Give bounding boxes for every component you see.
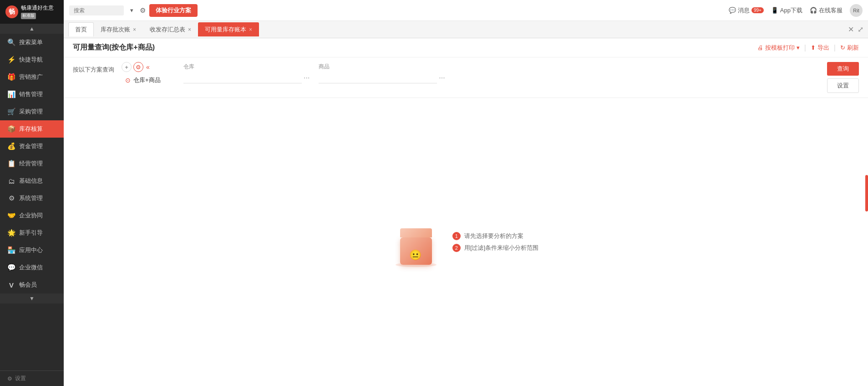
warehouse-filter-group: 仓库 ··· [183,63,310,83]
sidebar-item-marketing[interactable]: 🎁 营销推广 [0,68,64,86]
sidebar-item-enterprise[interactable]: 🤝 企业协同 [0,207,64,224]
sidebar-item-member[interactable]: V 畅会员 [0,276,64,293]
add-scheme-button[interactable]: + [122,62,132,72]
search-icon: 🔍 [7,38,15,46]
tip-num-1: 1 [452,232,461,240]
empty-tip-2: 2 用[过滤]条件来缩小分析范围 [452,244,538,252]
warehouse-input[interactable] [183,72,302,83]
export-button[interactable]: ⬆ 导出 [811,44,829,52]
gear-icon[interactable]: ⚙ [140,6,146,15]
sidebar-item-label: 快捷导航 [19,56,43,64]
tab-batch-account-close[interactable]: × [133,26,136,33]
sidebar-item-label: 资金管理 [19,142,43,150]
message-icon: 💬 [729,7,736,14]
action-separator-1: | [804,44,806,52]
goods-filter-label: 商品 [319,63,445,71]
sidebar-item-system[interactable]: ⚙ 系统管理 [0,190,64,207]
page-header: 可用量查询(按仓库+商品) 🖨 按模板打印 ▾ | ⬆ 导出 | ↻ 刷新 [64,38,868,57]
tab-shipment-summary-close[interactable]: × [188,26,191,33]
export-icon: ⬆ [811,44,816,51]
sidebar-item-wechat[interactable]: 💬 企业微信 [0,259,64,276]
sidebar-settings[interactable]: ⚙ 设置 [0,371,64,386]
tabbar: 首页 库存批次账 × 收发存汇总表 × 可用量库存账本 × ✕ ⤢ [64,21,868,38]
sidebar-item-shortcut[interactable]: ⚡ 快捷导航 [0,51,64,68]
tab-available-stock-close[interactable]: × [249,26,252,33]
sidebar-item-basic[interactable]: 🗂 基础信息 [0,172,64,190]
scheme-icon: ⊙ [125,77,131,84]
sidebar-item-label: 经营管理 [19,160,43,168]
sidebar-item-inventory[interactable]: 📦 库存核算 [0,120,64,138]
sidebar-item-guide[interactable]: 🌟 新手引导 [0,224,64,242]
tab-batch-account[interactable]: 库存批次账 × [94,22,143,36]
warehouse-more-button[interactable]: ··· [304,74,310,82]
tabbar-expand-icon[interactable]: ⤢ [858,25,863,34]
page-title: 可用量查询(按仓库+商品) [73,43,155,52]
sidebar-item-label: 畅会员 [19,281,37,289]
messages-button[interactable]: 💬 消息 99+ [729,6,764,15]
sidebar-scroll-up[interactable]: ▲ [0,24,64,34]
sidebar-header: 畅 畅康通好生意 标准版 [0,0,64,24]
query-button[interactable]: 查询 [827,62,859,76]
warehouse-filter-label: 仓库 [183,63,310,71]
system-icon: ⚙ [7,194,15,202]
goods-more-button[interactable]: ··· [439,74,445,82]
query-label: 按以下方案查询 [73,62,114,74]
empty-tips: 1 请先选择要分析的方案 2 用[过滤]条件来缩小分析范围 [452,232,538,252]
scheme-container: + ⚙ « ⊙ 仓库+商品 [122,62,176,87]
sidebar-item-label: 企业微信 [19,263,43,272]
print-button[interactable]: 🖨 按模板打印 ▾ [757,44,800,52]
goods-filter-group: 商品 ··· [319,63,445,83]
goods-input[interactable] [319,72,437,83]
tabbar-close-icon[interactable]: ✕ [848,25,854,34]
sidebar-item-label: 企业协同 [19,211,43,220]
column-settings-button[interactable]: 设置 [827,78,859,93]
empty-tip-1: 1 请先选择要分析的方案 [452,232,538,240]
sidebar-item-label: 基础信息 [19,177,43,185]
query-panel: 按以下方案查询 + ⚙ « ⊙ 仓库+商品 仓库 [64,57,868,98]
sidebar-item-appstore[interactable]: 🏪 应用中心 [0,242,64,259]
sidebar-item-operation[interactable]: 📋 经营管理 [0,155,64,172]
empty-tip-2-text: 用[过滤]条件来缩小分析范围 [464,244,538,252]
refresh-button[interactable]: ↻ 刷新 [840,44,859,52]
side-scrollbar[interactable] [865,175,868,211]
online-support-button[interactable]: 🎧 在线客服 [810,6,843,15]
warehouse-input-wrapper: ··· [183,72,310,83]
collapse-button[interactable]: « [146,63,150,71]
sidebar-item-finance[interactable]: 💰 资金管理 [0,138,64,155]
tab-shipment-summary[interactable]: 收发存汇总表 × [143,22,198,36]
scheme-item-warehouse-goods[interactable]: ⊙ 仓库+商品 [122,74,176,87]
main-area: ▾ ⚙ 体验行业方案 💬 消息 99+ 📱 App下载 🎧 在线客服 Rit [64,0,868,386]
dropdown-chevron[interactable]: ▾ [127,6,136,15]
sidebar-item-label: 新手引导 [19,229,43,237]
shortcut-icon: ⚡ [7,56,15,64]
sidebar-item-sales[interactable]: 📊 销售管理 [0,86,64,103]
app-download-button[interactable]: 📱 App下载 [771,6,802,15]
user-avatar[interactable]: Rit [850,4,863,17]
print-dropdown-icon[interactable]: ▾ [797,44,800,51]
appstore-icon: 🏪 [7,246,15,254]
app-download-label: App下载 [780,6,802,15]
tab-shipment-summary-label: 收发存汇总表 [150,26,185,34]
tip-num-2: 2 [452,244,461,252]
sales-icon: 📊 [7,90,15,98]
sidebar-item-label: 采购管理 [19,108,43,116]
tab-available-stock[interactable]: 可用量库存账本 × [198,22,259,36]
settings-scheme-button[interactable]: ⚙ [133,62,143,72]
content: 可用量查询(按仓库+商品) 🖨 按模板打印 ▾ | ⬆ 导出 | ↻ 刷新 [64,38,868,386]
empty-box: 😐 [400,237,432,265]
basic-icon: 🗂 [7,177,15,185]
empty-face-icon: 😐 [409,249,421,261]
trial-button[interactable]: 体验行业方案 [149,4,198,17]
tab-available-stock-label: 可用量库存账本 [205,26,246,34]
inventory-icon: 📦 [7,125,15,133]
sidebar-item-search[interactable]: 🔍 搜索菜单 [0,34,64,51]
sidebar-item-label: 营销推广 [19,73,43,81]
tab-home[interactable]: 首页 [68,22,94,36]
messages-badge: 99+ [751,7,764,13]
search-input[interactable] [69,5,124,15]
sidebar-item-label: 系统管理 [19,194,43,202]
scheme-label: 仓库+商品 [133,76,161,84]
sidebar-scroll-down[interactable]: ▼ [0,293,64,304]
refresh-icon: ↻ [840,44,845,51]
sidebar-item-purchase[interactable]: 🛒 采购管理 [0,103,64,120]
